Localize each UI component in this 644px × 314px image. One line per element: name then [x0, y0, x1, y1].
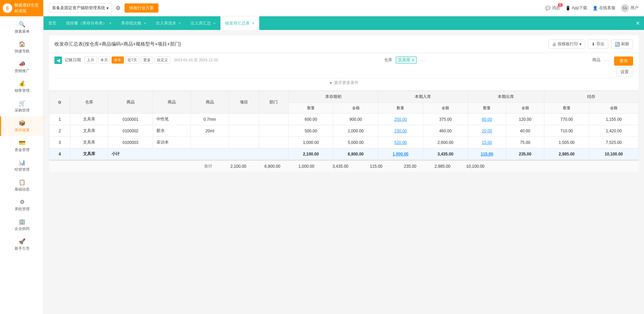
date-label: 记账日期	[65, 57, 81, 63]
footer-bal-qty: 2,985.00	[423, 164, 450, 169]
refresh-button[interactable]: 🔄 刷新	[611, 39, 633, 49]
date-filter-btn-本月[interactable]: 本月	[98, 56, 110, 64]
sidebar-item-label-enterprise: 企业协同	[15, 226, 30, 231]
sub-out-qty: 数量	[468, 103, 506, 114]
sidebar-item-label-marketing: 营销推广	[15, 68, 30, 73]
warehouse-more-btn[interactable]: ···	[420, 57, 426, 63]
date-filter-btn-自定义[interactable]: 自定义	[154, 56, 170, 64]
enterprise-icon: 🏢	[19, 218, 26, 225]
cell-init-qty: 1,000.00	[288, 137, 333, 148]
operations-icon: 📊	[19, 159, 26, 166]
header-settings-icon[interactable]: ⚙	[116, 5, 120, 11]
tab-close-recv-send-summary[interactable]: ✕	[252, 21, 254, 25]
subtotal-out-amt: 235.00	[506, 148, 544, 160]
footer-out-qty: 115.00	[355, 164, 382, 169]
sidebar-item-purchase[interactable]: 🛒采购管理	[0, 97, 43, 116]
sidebar-item-marketing[interactable]: 📣营销推广	[0, 57, 43, 77]
app-logo: 6 畅捷通好生意 标准版	[0, 0, 43, 16]
warehouse-tag[interactable]: 文具库 ✕	[396, 56, 417, 64]
cell-spec: 0.7mm	[191, 114, 229, 125]
tab-home[interactable]: 首页	[44, 16, 61, 30]
sidebar-item-basic[interactable]: 📋基础信息	[0, 176, 43, 195]
expand-conditions-button[interactable]: ▼ 展开更多条件	[54, 78, 633, 87]
expand-label: 展开更多条件	[334, 80, 359, 86]
cell-bal-qty: 770.00	[544, 114, 589, 125]
filter-toggle-button[interactable]: ◀	[54, 56, 62, 64]
col-settings-icon[interactable]: ⚙	[58, 100, 62, 105]
cell-code: 0100001	[108, 114, 153, 125]
online-service-item[interactable]: 👤 在线客服	[593, 5, 615, 11]
cell-out-qty[interactable]: 15.00	[468, 137, 506, 148]
system-title-dropdown[interactable]: 装备及固定资产辅助管理系统 ▾	[49, 3, 112, 13]
cell-name: 采访本	[153, 137, 191, 148]
footer-bal-amt: 10,100.00	[457, 164, 484, 169]
subtotal-bal-qty: 2,985.00	[544, 148, 589, 160]
query-button[interactable]: 查询	[614, 56, 633, 66]
cell-project	[229, 114, 259, 125]
trial-button[interactable]: 体验行业方案	[125, 3, 159, 13]
subtotal-init-qty: 2,100.00	[288, 148, 333, 160]
print-dropdown-icon: ▾	[579, 42, 581, 47]
date-filter-btn-本年[interactable]: 本年	[112, 56, 124, 64]
cell-warehouse: 文具库	[70, 137, 108, 148]
tab-close-in-out-flow[interactable]: ✕	[178, 21, 181, 25]
sidebar-item-inventory[interactable]: 📦库存核算	[0, 116, 43, 136]
cell-no: 3	[49, 137, 70, 148]
cell-dept	[259, 125, 288, 137]
cell-out-qty[interactable]: 20.00	[468, 125, 506, 137]
cell-in-qty[interactable]: 230.00	[378, 125, 423, 137]
sidebar-item-finance[interactable]: 💳资金管理	[0, 136, 43, 156]
cell-warehouse: 文具库	[70, 114, 108, 125]
date-filter-btn-近7天[interactable]: 近7天	[125, 56, 139, 64]
sidebar-item-system[interactable]: ⚙系统管理	[0, 195, 43, 215]
sidebar-item-sales[interactable]: 💰销售管理	[0, 77, 43, 97]
sidebar-item-quick-nav[interactable]: 🏠快捷导航	[0, 37, 43, 57]
top-header: 装备及固定资产辅助管理系统 ▾ ⚙ 体验行业方案 💬 消息 6 📱 App下载 …	[44, 0, 644, 16]
close-all-tabs-button[interactable]: ✕	[631, 20, 644, 27]
export-icon: ⬇	[592, 42, 595, 47]
cell-out-qty[interactable]: 80.00	[468, 114, 506, 125]
message-icon-item[interactable]: 💬 消息 6	[545, 5, 560, 11]
cell-bal-amt: 7,525.00	[589, 137, 639, 148]
tab-recv-send-summary[interactable]: 收发存汇总表✕	[220, 16, 259, 30]
date-range-text: 2023-01-01 至 2023-12-31	[174, 57, 218, 63]
tab-in-out-flow[interactable]: 出入库流水✕	[151, 16, 186, 30]
cell-in-qty[interactable]: 520.00	[378, 137, 423, 148]
table-header-row-1: ⚙ 仓库 商品 商品 商品 项目 部门 库存期初 本期入库 本期出库 结存	[49, 91, 639, 103]
tab-label-in-out-summary: 出入库汇总	[191, 20, 211, 26]
table-row: 3 文具库 0100003 采访本 1,000.00 5,000.00 520.…	[49, 137, 639, 148]
sidebar-item-guide[interactable]: 🚀新手引导	[0, 235, 43, 254]
cell-init-amt: 900.00	[333, 114, 378, 125]
sidebar-item-search[interactable]: 🔍搜索菜单	[0, 18, 43, 37]
tab-close-in-out-summary[interactable]: ✕	[213, 21, 216, 25]
print-button[interactable]: 🖨 按模板打印 ▾	[548, 39, 585, 49]
col-spec: 商品	[191, 91, 229, 114]
dropdown-arrow-icon: ▾	[106, 6, 109, 11]
cell-spec	[191, 137, 229, 148]
table-subtotal-row: 4 文具库 小计 2,100.00 6,900.00 1,000.00 3,43…	[49, 148, 639, 160]
sidebar-item-enterprise[interactable]: 🏢企业协同	[0, 215, 43, 235]
sidebar-item-operations[interactable]: 📊经营管理	[0, 156, 43, 176]
service-icon: 👤	[593, 6, 598, 11]
cell-bal-amt: 1,420.00	[589, 125, 639, 137]
tab-in-out-summary[interactable]: 出入库汇总✕	[186, 16, 220, 30]
user-item[interactable]: Ea 用户	[621, 4, 639, 12]
tab-inventory-dist[interactable]: 现存量（库存分布表）✕	[61, 16, 116, 30]
sales-icon: 💰	[19, 80, 26, 87]
tab-close-batch-ledger[interactable]: ✕	[144, 21, 146, 25]
tab-batch-ledger[interactable]: 库存批次账✕	[116, 16, 151, 30]
export-button[interactable]: ⬇ 导出	[588, 39, 608, 49]
main-content: 装备及固定资产辅助管理系统 ▾ ⚙ 体验行业方案 💬 消息 6 📱 App下载 …	[44, 0, 644, 314]
tab-close-inventory-dist[interactable]: ✕	[109, 21, 112, 25]
cell-name: 中性笔	[153, 114, 191, 125]
date-filter-btn-更多[interactable]: 更多	[141, 56, 153, 64]
goods-more-btn[interactable]: ···	[604, 57, 610, 63]
filter-buttons: 查询 设置	[610, 56, 633, 77]
cell-in-qty[interactable]: 250.00	[378, 114, 423, 125]
date-filter-btn-上月[interactable]: 上月	[84, 56, 97, 64]
settings-button[interactable]: 设置	[616, 67, 633, 77]
warehouse-tag-close-icon[interactable]: ✕	[412, 58, 414, 62]
sidebar-item-label-basic: 基础信息	[15, 187, 30, 192]
system-title: 装备及固定资产辅助管理系统	[52, 5, 105, 11]
app-download-item[interactable]: 📱 App下载	[565, 5, 587, 11]
